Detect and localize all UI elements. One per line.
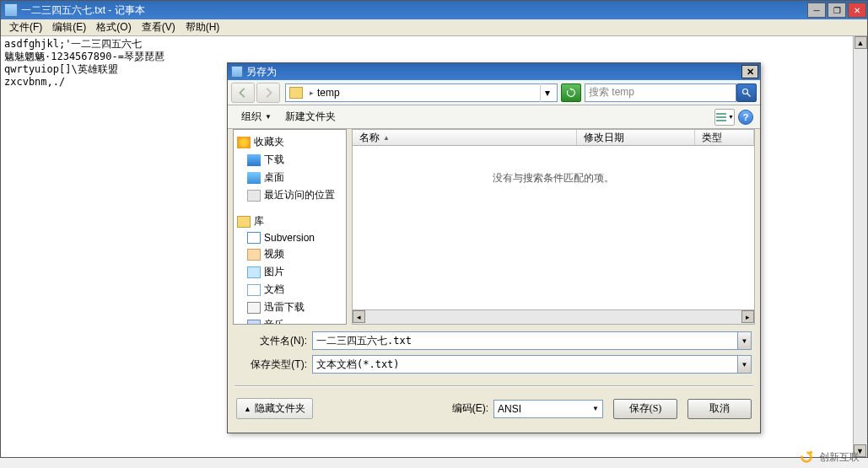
filename-dropdown[interactable]: ▼ bbox=[738, 331, 752, 350]
path-segment[interactable]: temp bbox=[317, 87, 340, 99]
tree-downloads[interactable]: 下载 bbox=[235, 151, 344, 169]
dialog-close-button[interactable]: ✕ bbox=[741, 65, 758, 78]
desktop-icon bbox=[247, 172, 261, 184]
search-input[interactable]: 搜索 temp bbox=[585, 83, 736, 102]
save-button[interactable]: 保存(S) bbox=[613, 399, 677, 419]
file-list-hscrollbar[interactable]: ◂ ▸ bbox=[352, 310, 755, 325]
menu-help[interactable]: 帮助(H) bbox=[181, 19, 225, 36]
minimize-button[interactable]: ─ bbox=[807, 3, 826, 18]
menu-file[interactable]: 文件(F) bbox=[4, 19, 47, 36]
svg-rect-1 bbox=[716, 113, 726, 115]
tree-subversion[interactable]: Subversion bbox=[235, 230, 344, 245]
filename-label: 文件名(N): bbox=[236, 334, 312, 348]
tree-pictures[interactable]: 图片 bbox=[235, 263, 344, 281]
col-name[interactable]: 名称▲ bbox=[353, 130, 577, 145]
path-dropdown-icon[interactable]: ▾ bbox=[540, 83, 553, 102]
download-icon bbox=[247, 154, 261, 166]
dialog-footer: ▲ 隐藏文件夹 编码(E): ANSI ▼ 保存(S) 取消 bbox=[228, 391, 760, 426]
col-date[interactable]: 修改日期 bbox=[577, 130, 695, 145]
star-icon bbox=[237, 137, 251, 148]
organize-button[interactable]: 组织▼ bbox=[235, 107, 278, 126]
close-button[interactable]: ✕ bbox=[848, 3, 866, 18]
folder-icon bbox=[289, 87, 303, 99]
view-options-button[interactable]: ▼ bbox=[714, 109, 735, 126]
encoding-select[interactable]: ANSI ▼ bbox=[493, 400, 603, 418]
subversion-icon bbox=[247, 232, 261, 244]
tree-favorites[interactable]: 收藏夹 bbox=[235, 133, 344, 151]
svg-rect-3 bbox=[716, 120, 726, 121]
new-folder-button[interactable]: 新建文件夹 bbox=[278, 107, 342, 126]
dialog-titlebar[interactable]: 另存为 ✕ bbox=[228, 63, 760, 80]
filetype-select[interactable] bbox=[312, 355, 738, 374]
search-placeholder: 搜索 temp bbox=[589, 85, 634, 100]
dialog-notepad-icon bbox=[231, 66, 243, 78]
music-icon bbox=[247, 320, 261, 325]
svg-point-0 bbox=[743, 89, 748, 94]
tree-xunlei[interactable]: 迅雷下载 bbox=[235, 299, 344, 316]
library-icon bbox=[237, 216, 251, 228]
hide-folders-button[interactable]: ▲ 隐藏文件夹 bbox=[236, 398, 313, 419]
document-icon bbox=[247, 284, 261, 296]
notepad-icon bbox=[4, 3, 18, 17]
dialog-title: 另存为 bbox=[246, 65, 277, 79]
empty-message: 没有与搜索条件匹配的项。 bbox=[493, 171, 614, 186]
path-breadcrumb[interactable]: ▸ temp ▾ bbox=[285, 83, 558, 102]
menu-edit[interactable]: 编辑(E) bbox=[47, 19, 91, 36]
maximize-button[interactable]: ❐ bbox=[828, 3, 846, 18]
encoding-label: 编码(E): bbox=[452, 401, 488, 416]
tree-recent[interactable]: 最近访问的位置 bbox=[235, 186, 344, 204]
menu-format[interactable]: 格式(O) bbox=[91, 19, 136, 36]
video-icon bbox=[247, 249, 261, 261]
folder-tree[interactable]: 收藏夹 下载 桌面 最近访问的位置 库 Subversion 视频 图片 文档 … bbox=[233, 129, 347, 325]
notepad-titlebar[interactable]: 一二三四五六七.txt - 记事本 ─ ❐ ✕ bbox=[1, 1, 867, 19]
save-as-dialog: 另存为 ✕ ▸ temp ▾ 搜索 temp 组织▼ bbox=[227, 62, 761, 433]
tree-music[interactable]: 音乐 bbox=[235, 316, 344, 325]
filetype-label: 保存类型(T): bbox=[236, 358, 312, 372]
tree-documents[interactable]: 文档 bbox=[235, 281, 344, 299]
scroll-left-icon[interactable]: ◂ bbox=[353, 310, 365, 323]
dialog-navbar: ▸ temp ▾ 搜索 temp bbox=[228, 80, 760, 105]
col-type[interactable]: 类型 bbox=[695, 130, 754, 145]
svg-rect-2 bbox=[716, 116, 726, 118]
svg-point-5 bbox=[810, 451, 813, 455]
watermark: 创新互联 bbox=[799, 449, 860, 465]
filetype-dropdown[interactable]: ▼ bbox=[738, 355, 752, 374]
nav-back-button[interactable] bbox=[231, 83, 255, 103]
svg-point-4 bbox=[802, 453, 811, 462]
tree-libraries[interactable]: 库 bbox=[235, 212, 344, 230]
chevron-down-icon: ▼ bbox=[265, 113, 272, 121]
file-list-header: 名称▲ 修改日期 类型 bbox=[352, 129, 755, 146]
tree-desktop[interactable]: 桌面 bbox=[235, 169, 344, 186]
recent-icon bbox=[247, 190, 261, 202]
search-button[interactable] bbox=[736, 83, 757, 102]
separator bbox=[235, 385, 753, 386]
xunlei-icon bbox=[247, 302, 261, 314]
chevron-right-icon: ▸ bbox=[310, 89, 314, 97]
watermark-logo-icon bbox=[799, 449, 814, 465]
scroll-up-icon[interactable]: ▲ bbox=[855, 36, 867, 49]
save-fields: 文件名(N): ▼ 保存类型(T): ▼ bbox=[228, 325, 760, 380]
sort-asc-icon: ▲ bbox=[383, 134, 390, 142]
help-button[interactable]: ? bbox=[738, 110, 753, 125]
notepad-menubar: 文件(F) 编辑(E) 格式(O) 查看(V) 帮助(H) bbox=[1, 19, 867, 36]
picture-icon bbox=[247, 266, 261, 278]
dialog-toolbar: 组织▼ 新建文件夹 ▼ ? bbox=[228, 105, 760, 129]
refresh-button[interactable] bbox=[561, 83, 581, 102]
menu-view[interactable]: 查看(V) bbox=[137, 19, 181, 36]
scroll-right-icon[interactable]: ▸ bbox=[741, 310, 754, 323]
notepad-vscrollbar[interactable]: ▲ ▼ bbox=[853, 36, 867, 457]
cancel-button[interactable]: 取消 bbox=[687, 399, 752, 419]
filename-input[interactable] bbox=[312, 331, 738, 350]
tree-videos[interactable]: 视频 bbox=[235, 245, 344, 263]
chevron-up-icon: ▲ bbox=[244, 405, 251, 413]
file-list-body[interactable]: 没有与搜索条件匹配的项。 bbox=[352, 146, 755, 310]
watermark-text: 创新互联 bbox=[819, 450, 860, 465]
file-list-pane: 名称▲ 修改日期 类型 没有与搜索条件匹配的项。 ◂ ▸ bbox=[352, 129, 755, 325]
nav-forward-button[interactable] bbox=[256, 83, 280, 103]
notepad-title: 一二三四五六七.txt - 记事本 bbox=[21, 3, 145, 18]
